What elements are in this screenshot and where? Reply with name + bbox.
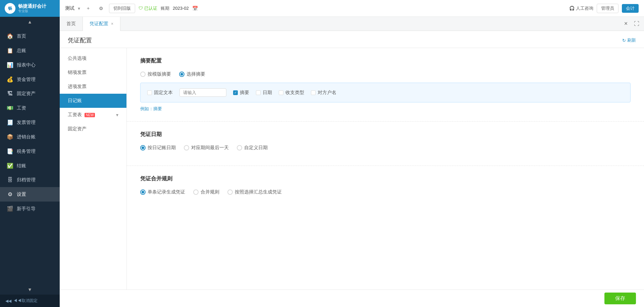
guide-icon: 🎬 — [7, 206, 13, 212]
add-button[interactable]: ＋ — [84, 4, 93, 13]
tab-home[interactable]: 首页 — [60, 17, 83, 31]
sidebar-item-settle[interactable]: ✅ 结账 — [0, 159, 60, 173]
tabbar: 首页 凭证配置 × × ⛶ — [60, 17, 644, 31]
settle-icon: ✅ — [7, 163, 13, 169]
radio-merge-rules-circle — [193, 189, 199, 195]
tab-voucher-config[interactable]: 凭证配置 × — [83, 17, 120, 31]
radio-journal-date-circle — [140, 145, 146, 150]
ledger-icon: 📋 — [7, 47, 13, 54]
left-nav: 公共选项 销项发票 进项发票 日记账 工资表 NEW ▾ — [60, 48, 127, 307]
leftnav-purchase-invoice[interactable]: 进项发票 — [60, 80, 126, 94]
sidebar-item-label: 新手引导 — [17, 206, 36, 212]
sidebar-item-guide[interactable]: 🎬 新手引导 — [0, 202, 60, 216]
radio-select-merge-circle — [227, 189, 233, 195]
summary-section: 摘要配置 按模版摘要 选择摘要 — [127, 48, 644, 122]
checkbox-date-label: 日期 — [263, 90, 272, 96]
radio-template-label: 按模版摘要 — [148, 71, 171, 77]
cancel-fixed-label: ◀◀取消固定 — [13, 298, 38, 304]
sidebar-scroll-up[interactable]: ▲ — [0, 17, 60, 27]
merge-title: 凭证合并规则 — [140, 175, 631, 182]
leftnav-journal[interactable]: 日记账 — [60, 94, 126, 108]
home-icon: 🏠 — [7, 33, 13, 39]
checkbox-counterpart-label: 对方户名 — [318, 90, 336, 96]
leftnav-sales-invoice[interactable]: 销项发票 — [60, 65, 126, 80]
leftnav-public[interactable]: 公共选项 — [60, 51, 126, 65]
accountant-button[interactable]: 会计 — [622, 4, 639, 13]
radio-last-day[interactable]: 对应期间最后一天 — [184, 145, 229, 151]
sidebar-cancel-fixed[interactable]: ◀◀ ◀◀取消固定 — [0, 295, 60, 307]
archive-icon: 🗄 — [7, 177, 13, 183]
cancel-fixed-icon: ◀◀ — [5, 299, 11, 303]
consult-button[interactable]: 🎧 人工咨询 — [569, 5, 593, 11]
sidebar-item-payroll[interactable]: 💵 工资 — [0, 101, 60, 115]
admin-button[interactable]: 管理员 — [597, 4, 619, 13]
radio-select-label: 选择摘要 — [186, 71, 205, 77]
checkbox-counterpart[interactable]: 对方户名 — [311, 90, 336, 96]
logo-subtitle: 专业版 — [18, 9, 46, 13]
refresh-button[interactable]: ↻ 刷新 — [622, 37, 636, 43]
radio-journal-date[interactable]: 按日记账日期 — [140, 145, 176, 151]
checkbox-abstract[interactable]: 摘要 — [233, 90, 249, 96]
radio-merge-rules[interactable]: 合并规则 — [193, 189, 219, 195]
page-title: 凭证配置 — [68, 36, 92, 44]
tax-icon: 📑 — [7, 148, 13, 155]
logo-icon: 畅 — [5, 3, 15, 14]
gear-icon[interactable]: ⚙ — [96, 4, 106, 13]
leftnav-salary[interactable]: 工资表 NEW ▾ — [60, 108, 126, 122]
sidebar-item-report[interactable]: 📊 报表中心 — [0, 58, 60, 72]
sidebar-item-invoice[interactable]: 🧾 发票管理 — [0, 115, 60, 130]
radio-select-circle — [179, 72, 184, 77]
save-button[interactable]: 保存 — [604, 293, 636, 304]
sidebar-item-purchase[interactable]: 📦 进销台账 — [0, 130, 60, 144]
radio-merge-rules-label: 合并规则 — [201, 189, 219, 195]
radio-select-merge[interactable]: 按照选择汇总生成凭证 — [227, 189, 282, 195]
verified-text: 已认证 — [144, 5, 157, 11]
sidebar-scroll-down[interactable]: ▼ — [0, 284, 60, 295]
sidebar-item-tax[interactable]: 📑 税务管理 — [0, 144, 60, 159]
switch-old-version-button[interactable]: 切到旧版 — [109, 4, 135, 13]
sidebar-item-settings[interactable]: ⚙ 设置 — [0, 187, 60, 202]
sidebar-item-home[interactable]: 🏠 首页 — [0, 29, 60, 43]
radio-single[interactable]: 单条记录生成凭证 — [140, 189, 185, 195]
sidebar-item-label: 结账 — [17, 163, 26, 169]
checkbox-abstract-label: 摘要 — [240, 90, 249, 96]
verified-badge: 🛡 已认证 — [139, 5, 157, 11]
sidebar-item-archive[interactable]: 🗄 归档管理 — [0, 173, 60, 187]
sidebar-item-ledger[interactable]: 📋 总账 — [0, 43, 60, 58]
sidebar-item-assets[interactable]: 🏗 固定资产 — [0, 87, 60, 101]
workspace-dropdown-icon[interactable]: ▾ — [78, 6, 80, 11]
invoice-icon: 🧾 — [7, 119, 13, 126]
checkbox-date[interactable]: 日期 — [256, 90, 272, 96]
fullscreen-button[interactable]: ⛶ — [632, 19, 641, 29]
close-window-button[interactable]: × — [621, 19, 631, 29]
date-radio-group: 按日记账日期 对应期间最后一天 自定义日期 — [140, 145, 631, 151]
sidebar-item-label: 资金管理 — [17, 77, 36, 83]
checkbox-payment-type[interactable]: 收支类型 — [279, 90, 304, 96]
leftnav-fixed-assets[interactable]: 固定资产 — [60, 122, 126, 136]
sidebar-item-label: 归档管理 — [17, 177, 36, 183]
merge-radio-group: 单条记录生成凭证 合并规则 按照选择汇总生成凭证 — [140, 189, 631, 195]
page-header: 凭证配置 ↻ 刷新 — [60, 31, 644, 48]
radio-custom-date-circle — [237, 145, 242, 150]
calendar-icon[interactable]: 📅 — [192, 6, 198, 11]
fixed-text-input[interactable] — [179, 88, 226, 97]
shield-icon: 🛡 — [139, 6, 143, 11]
sidebar-item-label: 税务管理 — [17, 148, 36, 155]
checkbox-fixed-text-label: 固定文本 — [154, 90, 173, 96]
workspace-name: 测试 — [65, 5, 74, 11]
tab-label: 凭证配置 — [90, 21, 108, 27]
new-badge: NEW — [85, 113, 95, 117]
payroll-icon: 💵 — [7, 105, 13, 111]
checkbox-fixed-text[interactable]: 固定文本 — [147, 90, 173, 96]
radio-custom-date[interactable]: 自定义日期 — [237, 145, 268, 151]
sidebar-item-funds[interactable]: 💰 资金管理 — [0, 72, 60, 87]
radio-select-summary[interactable]: 选择摘要 — [179, 71, 205, 77]
headset-icon: 🎧 — [569, 6, 575, 11]
radio-custom-date-label: 自定义日期 — [244, 145, 268, 151]
checkbox-abstract-box — [233, 90, 238, 95]
date-title: 凭证日期 — [140, 131, 631, 138]
tab-close-icon[interactable]: × — [111, 21, 113, 26]
tabbar-actions: × ⛶ — [621, 19, 644, 29]
radio-template-summary[interactable]: 按模版摘要 — [140, 71, 171, 77]
period-label: 账期 — [161, 5, 169, 11]
